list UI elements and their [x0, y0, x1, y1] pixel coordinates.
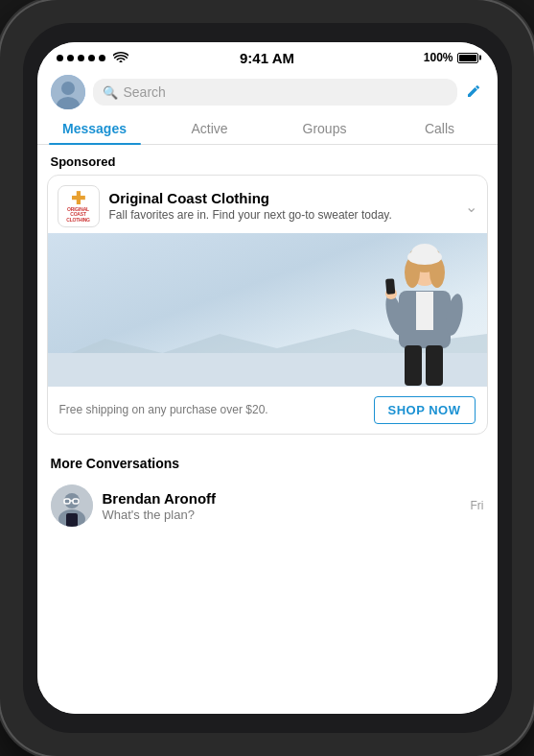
svg-rect-16: [405, 345, 422, 386]
conversation-item[interactable]: Brendan Aronoff What's the plan? Fri: [37, 477, 498, 534]
svg-rect-11: [416, 292, 433, 330]
tab-groups[interactable]: Groups: [267, 113, 383, 144]
signal-area: [57, 50, 128, 65]
signal-dot-2: [67, 55, 74, 61]
phone-frame: 9:41 AM 100% 🔍: [0, 0, 534, 756]
search-placeholder: Search: [124, 84, 166, 100]
tab-calls[interactable]: Calls: [383, 113, 498, 144]
conversation-preview: What's the plan?: [103, 508, 461, 522]
signal-dot-3: [78, 55, 84, 61]
tab-messages[interactable]: Messages: [37, 113, 152, 144]
conversation-name: Brendan Aronoff: [103, 490, 461, 507]
svg-rect-15: [385, 278, 395, 295]
brand-desc: Fall favorites are in. Find your next go…: [109, 208, 455, 224]
search-bar-area: 🔍 Search: [37, 69, 498, 113]
conversation-time: Fri: [471, 499, 484, 512]
ad-footer: Free shipping on any purchase over $20. …: [48, 387, 487, 434]
screen: 9:41 AM 100% 🔍: [37, 42, 498, 714]
battery-icon: [457, 53, 478, 63]
signal-dot-4: [88, 55, 95, 61]
sponsored-label: Sponsored: [37, 145, 498, 175]
brand-text-wrap: Original Coast Clothing Fall favorites a…: [109, 190, 455, 224]
signal-dot-5: [99, 55, 105, 61]
ad-image: [48, 233, 487, 387]
brand-name: Original Coast Clothing: [109, 190, 455, 206]
search-input-wrap[interactable]: 🔍 Search: [93, 79, 457, 106]
ad-card: ✚ ORIGINALCOASTCLOTHING Original Coast C…: [47, 175, 488, 435]
shop-now-button[interactable]: SHOP NOW: [374, 396, 476, 424]
battery-area: 100%: [424, 51, 478, 64]
svg-point-9: [411, 244, 438, 263]
svg-rect-17: [426, 345, 443, 386]
brand-logo: ✚ ORIGINALCOASTCLOTHING: [58, 185, 100, 227]
conversation-avatar: [51, 484, 93, 527]
dropdown-arrow-icon[interactable]: ⌄: [465, 198, 477, 216]
signal-dot-1: [57, 55, 63, 61]
more-conversations-label: More Conversations: [37, 444, 498, 477]
svg-rect-24: [66, 513, 78, 527]
battery-percent: 100%: [424, 51, 453, 64]
battery-fill: [459, 55, 476, 61]
search-icon: 🔍: [103, 85, 118, 100]
status-bar: 9:41 AM 100%: [37, 42, 498, 69]
tab-active[interactable]: Active: [152, 113, 267, 144]
user-avatar[interactable]: [51, 75, 85, 109]
tab-bar: Messages Active Groups Calls: [37, 113, 498, 145]
ad-header: ✚ ORIGINALCOASTCLOTHING Original Coast C…: [48, 176, 487, 233]
shipping-text: Free shipping on any purchase over $20.: [59, 402, 268, 418]
phone-inner: 9:41 AM 100% 🔍: [23, 23, 512, 733]
status-time: 9:41 AM: [240, 50, 294, 66]
content-area: Sponsored ✚ ORIGINALCOASTCLOTHING Origin…: [37, 145, 498, 714]
person-figure: [372, 238, 477, 387]
conversation-text: Brendan Aronoff What's the plan?: [103, 490, 461, 522]
svg-point-1: [61, 82, 75, 95]
wifi-icon: [113, 50, 128, 65]
compose-icon[interactable]: [465, 81, 484, 105]
